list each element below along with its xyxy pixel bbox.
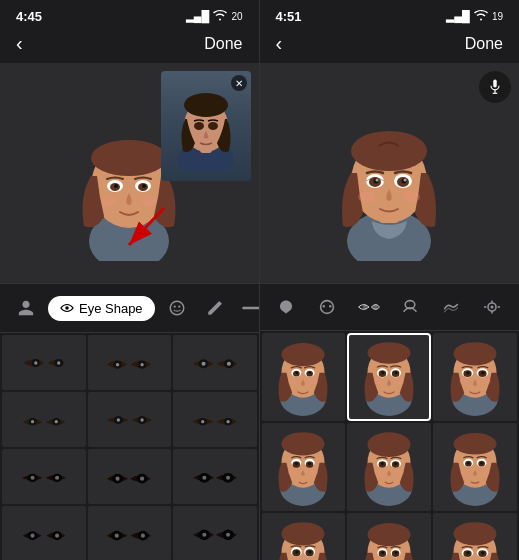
svg-rect-85	[493, 80, 496, 88]
svg-point-23	[178, 305, 180, 307]
svg-point-35	[201, 361, 205, 365]
svg-point-183	[480, 462, 482, 464]
microphone-button[interactable]	[479, 71, 511, 103]
done-button-left[interactable]: Done	[204, 35, 242, 53]
eye-option-10[interactable]	[2, 506, 86, 560]
svg-point-185	[481, 469, 489, 475]
toolbar-right-icon6[interactable]	[477, 292, 507, 322]
svg-point-173	[394, 469, 404, 476]
toolbar-minus-icon[interactable]	[237, 292, 260, 324]
face-variant-2[interactable]	[347, 333, 431, 421]
svg-point-103	[323, 305, 325, 307]
toolbar-right-icon4[interactable]	[395, 292, 425, 322]
eye-option-8[interactable]	[88, 449, 172, 504]
toolbar-right-icon5[interactable]	[436, 292, 466, 322]
eye-option-5[interactable]	[88, 392, 172, 447]
back-button-right[interactable]: ‹	[276, 32, 283, 55]
face-variant-3[interactable]	[433, 333, 517, 421]
eye-option-7[interactable]	[2, 449, 86, 504]
svg-point-39	[31, 420, 34, 423]
svg-point-182	[467, 462, 469, 464]
eye-shape-grid	[0, 333, 259, 560]
svg-point-213	[454, 522, 497, 545]
eye-option-12[interactable]	[173, 506, 257, 560]
face-variant-5[interactable]	[347, 423, 431, 511]
status-bar-right: 4:51 ▂▄█ 19	[260, 0, 520, 28]
svg-point-3	[91, 140, 167, 176]
eye-option-9[interactable]	[173, 449, 257, 504]
svg-point-68	[141, 533, 145, 537]
svg-point-122	[296, 372, 298, 374]
svg-point-101	[402, 191, 420, 203]
eye-option-1[interactable]	[2, 335, 86, 390]
toolbar-right-icon3[interactable]	[354, 292, 384, 322]
svg-point-102	[321, 301, 334, 314]
eye-shape-button[interactable]: Eye Shape	[48, 296, 155, 321]
svg-point-51	[30, 475, 34, 479]
svg-point-170	[381, 462, 384, 465]
svg-point-104	[329, 305, 331, 307]
svg-point-64	[55, 533, 59, 537]
battery-icon-right: 19	[492, 11, 503, 22]
svg-point-141	[454, 342, 497, 365]
status-bar-left: 4:45 ▂▄█ 20	[0, 0, 259, 28]
svg-point-146	[466, 371, 469, 374]
svg-point-124	[288, 378, 298, 385]
eye-option-4[interactable]	[2, 392, 86, 447]
svg-point-159	[309, 462, 312, 465]
avatar-3d-right	[317, 81, 462, 265]
eye-option-3[interactable]	[173, 335, 257, 390]
done-button-right[interactable]: Done	[465, 35, 503, 53]
camera-close-button[interactable]: ✕	[231, 75, 247, 91]
svg-point-16	[194, 122, 204, 130]
eye-shape-label: Eye Shape	[79, 301, 143, 316]
toolbar-paintbrush-icon[interactable]	[199, 292, 231, 324]
toolbar-right-icon1[interactable]	[271, 292, 301, 322]
svg-point-63	[30, 533, 34, 537]
svg-point-43	[117, 418, 120, 421]
svg-point-218	[466, 551, 469, 554]
svg-point-28	[57, 361, 60, 364]
svg-point-125	[308, 378, 318, 385]
svg-point-147	[481, 371, 484, 374]
camera-preview: ✕	[161, 71, 251, 181]
face-variant-1[interactable]	[262, 333, 346, 421]
toolbar-right	[260, 283, 520, 331]
face-variant-6[interactable]	[433, 423, 517, 511]
face-variant-7[interactable]	[262, 513, 346, 560]
svg-point-109	[491, 305, 494, 308]
eye-option-6[interactable]	[173, 392, 257, 447]
svg-point-20	[65, 306, 69, 310]
face-variant-4[interactable]	[262, 423, 346, 511]
toolbar-face-icon[interactable]	[161, 292, 193, 324]
face-variant-8[interactable]	[347, 513, 431, 560]
eye-option-11[interactable]	[88, 506, 172, 560]
svg-point-44	[141, 418, 144, 421]
svg-line-19	[129, 208, 164, 245]
face-variant-grid	[260, 331, 520, 560]
red-arrow-indicator	[114, 203, 174, 253]
signal-icon: ▂▄█	[186, 10, 210, 23]
svg-point-36	[227, 361, 231, 365]
svg-point-9	[142, 184, 146, 188]
svg-point-171	[394, 462, 397, 465]
svg-point-106	[373, 305, 378, 310]
svg-point-22	[173, 305, 175, 307]
avatar-area-right	[260, 63, 520, 283]
toolbar-right-icon2[interactable]	[312, 292, 342, 322]
svg-point-195	[309, 550, 312, 553]
face-variant-9[interactable]	[433, 513, 517, 560]
svg-point-149	[481, 378, 491, 385]
svg-point-17	[208, 122, 218, 130]
back-button-left[interactable]: ‹	[16, 32, 23, 55]
status-icons-left: ▂▄█ 20	[186, 10, 243, 23]
toolbar-person-icon[interactable]	[10, 292, 42, 324]
svg-point-27	[34, 361, 37, 364]
header-right: ‹ Done	[260, 28, 520, 63]
svg-point-137	[394, 378, 404, 385]
svg-point-40	[54, 420, 57, 423]
svg-point-177	[454, 433, 497, 455]
svg-point-67	[115, 533, 119, 537]
eye-option-2[interactable]	[88, 335, 172, 390]
svg-point-148	[459, 378, 469, 385]
